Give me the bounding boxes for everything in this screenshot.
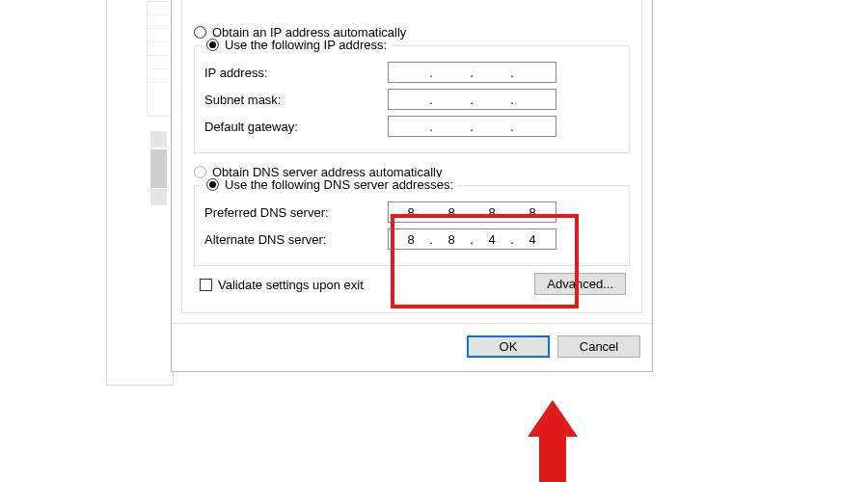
- arrow-stem: [539, 437, 566, 482]
- dialog-inner-panel: Obtain an IP address automatically Use t…: [181, 0, 642, 313]
- arrow-up-icon: [528, 400, 578, 437]
- background-list: [147, 1, 172, 117]
- preferred-dns-input[interactable]: 8. 8. 8. 8: [388, 201, 556, 223]
- advanced-button[interactable]: Advanced...: [534, 273, 626, 295]
- alternate-dns-label: Alternate DNS server:: [204, 232, 388, 247]
- dns-manual-group: Use the following DNS server addresses: …: [194, 185, 630, 266]
- ip-address-input[interactable]: . . .: [388, 62, 556, 83]
- subnet-mask-input[interactable]: . . .: [388, 89, 556, 110]
- background-window-fragment: [106, 0, 174, 386]
- checkbox-icon: [200, 279, 212, 291]
- default-gateway-input[interactable]: . . .: [388, 116, 556, 137]
- dns-manual-radio-row[interactable]: Use the following DNS server addresses:: [203, 177, 457, 192]
- background-scrollbar-up: [150, 131, 167, 147]
- preferred-dns-label: Preferred DNS server:: [204, 205, 388, 220]
- ip-manual-label: Use the following IP address:: [225, 38, 387, 52]
- cancel-button[interactable]: Cancel: [557, 335, 640, 358]
- ip-address-label: IP address:: [204, 66, 388, 80]
- ip-manual-radio-row[interactable]: Use the following IP address:: [203, 38, 391, 52]
- default-gateway-label: Default gateway:: [204, 120, 388, 134]
- radio-icon: [206, 39, 219, 51]
- background-scrollbar-down: [150, 189, 167, 205]
- ok-button[interactable]: OK: [467, 335, 550, 358]
- radio-icon: [206, 178, 219, 191]
- ipv4-properties-dialog: Obtain an IP address automatically Use t…: [171, 0, 653, 372]
- dialog-button-bar: OK Cancel: [172, 323, 652, 371]
- validate-settings-label: Validate settings upon exit: [218, 278, 364, 292]
- annotation-arrow: [528, 400, 578, 482]
- subnet-mask-label: Subnet mask:: [204, 93, 388, 107]
- background-scrollbar-thumb: [150, 149, 167, 188]
- dns-manual-label: Use the following DNS server addresses:: [225, 177, 453, 192]
- ip-manual-group: Use the following IP address: IP address…: [194, 45, 630, 153]
- alternate-dns-input[interactable]: 8. 8. 4. 4: [388, 228, 556, 250]
